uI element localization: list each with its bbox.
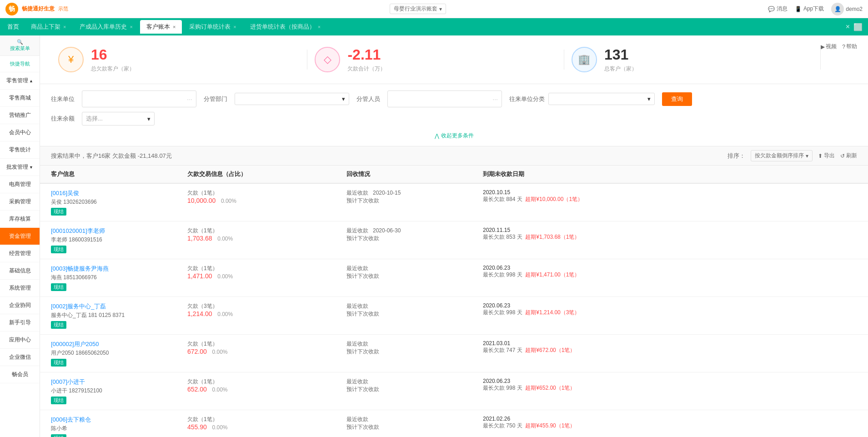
sidebar-item-app-center[interactable]: 应用中心 [0,332,40,349]
sidebar-item-retail-mall[interactable]: 零售商城 [0,90,40,107]
debt-amount[interactable]: 672.00 [187,348,207,355]
sidebar-item-ecommerce[interactable]: 电商管理 [0,176,40,193]
message-button[interactable]: 💬 消息 [768,5,788,13]
debt-amount[interactable]: 10,000.00 [187,197,216,204]
manager-input[interactable]: ··· [387,90,502,107]
sort-label: 排序： [728,152,745,160]
stat-card-debt-customers: ¥ 16 总欠款客户（家） [51,43,307,76]
debt-percent: 0.00% [217,311,233,317]
customer-name-link[interactable]: [0016]吴俊 [51,189,187,197]
tab-close-icon[interactable]: × [63,24,66,30]
overdue-amount[interactable]: 超期¥1,471.00（1笔） [525,271,580,278]
help-link[interactable]: ? 帮助 [842,43,857,50]
customer-name-link[interactable]: [0006]去下粮仓 [51,416,187,424]
sidebar-item-batch-mgmt[interactable]: 批发管理 ▼ [0,159,40,176]
overdue-amount[interactable]: 超期¥652.00（1笔） [525,385,575,391]
app-download-button[interactable]: 📱 App下载 [795,5,824,13]
tab-label: 客户账本 [146,23,170,31]
debt-amount[interactable]: 1,214.00 [187,310,212,317]
sidebar-item-member-plus[interactable]: 畅会员 [0,366,40,383]
sort-select[interactable]: 按欠款金额倒序排序 ▾ [751,150,813,161]
filter-row-2: 往来余额 选择... ▾ [51,112,857,126]
store-selector[interactable]: 母婴行业演示账套 ▾ [390,4,446,14]
sidebar-item-retail-stats[interactable]: 零售统计 [0,141,40,159]
unit-category-arrow-icon: ▾ [647,95,651,102]
manager-more-icon[interactable]: ··· [492,95,498,103]
collapse-filters[interactable]: ⋀ 收起更多条件 [51,130,857,141]
main-layout: 🔍 搜索菜单 快捷导航 零售管理 ▲ 零售商城 营销推广 会员中心 零售统计 批… [0,35,868,437]
source-unit-more-icon[interactable]: ··· [187,95,192,103]
filter-row-1: 往来单位 ··· 分管部门 ▾ 分管人员 [51,90,857,107]
overdue-days: 最长欠款 998 天 超期¥652.00（1笔） [483,384,857,392]
debt-amount[interactable]: 1,471.00 [187,272,212,280]
unit-category-select[interactable]: ▾ [548,93,655,105]
cell-debt: 欠款（1笔） 455.90 0.00% [187,416,346,431]
dept-select[interactable]: ▾ [235,93,349,105]
sidebar-item-finance[interactable]: 资金管理 [0,228,40,245]
recovery-next: 预计下次收款 [346,272,483,280]
tab-purchase-order[interactable]: 采购订单统计表 × [183,20,242,34]
user-profile[interactable]: 👤 demo2 [831,3,863,15]
sidebar-item-system[interactable]: 系统管理 [0,280,40,297]
customer-name-link[interactable]: [0003]畅捷服务尹海燕 [51,265,187,273]
source-unit-input[interactable]: ··· [82,90,196,107]
sidebar-item-marketing[interactable]: 营销推广 [0,107,40,124]
tab-home[interactable]: 首页 [2,23,25,31]
sidebar-item-label: 新手引导 [9,319,31,326]
tab-close-icon[interactable]: × [233,24,236,30]
refresh-button[interactable]: ↺ 刷新 [840,152,857,160]
tab-inventory-stats[interactable]: 进货单统计表（按商品） × [244,20,327,34]
overdue-amount[interactable]: 超期¥10,000.00（1笔） [525,196,583,202]
sidebar-item-member-center[interactable]: 会员中心 [0,124,40,141]
cell-customer: [0016]吴俊 吴俊 13026203696 现结 [51,189,187,216]
tab-close-icon[interactable]: × [318,24,321,30]
video-link[interactable]: ▶ 视频 [821,43,837,50]
customer-name-link[interactable]: [0002]服务中心_丁磊 [51,302,187,311]
debt-amount[interactable]: 455.90 [187,423,207,431]
app-icon: 📱 [795,6,802,12]
tab-product-history[interactable]: 产成品入库单历史 × [73,20,139,34]
sidebar-item-label: 企业协同 [9,302,31,308]
manager-field[interactable] [391,93,491,105]
sidebar-item-basic-info[interactable]: 基础信息 [0,262,40,280]
window-max-button[interactable]: ⬜ [853,23,863,31]
overdue-amount[interactable]: 超期¥1,703.68（1笔） [525,234,580,240]
sidebar-item-corp-wechat[interactable]: 企业微信 [0,349,40,366]
customer-tag: 现结 [51,246,66,253]
overdue-amount[interactable]: 超期¥1,214.00（3笔） [525,309,580,316]
debt-percent: 0.00% [212,349,227,355]
source-unit-field[interactable] [86,93,185,105]
sidebar-item-enterprise[interactable]: 企业协同 [0,297,40,314]
customer-name-link[interactable]: [0007]小进干 [51,378,187,386]
balance-select[interactable]: 选择... ▾ [82,112,155,126]
customer-contact: 陈小希 [51,425,187,432]
export-button[interactable]: ⬆ 导出 [818,152,835,160]
tab-product-off[interactable]: 商品上下架 × [25,20,72,34]
recovery-latest: 最近收款 [346,416,483,423]
tab-close-icon[interactable]: × [173,24,176,30]
debt-amount[interactable]: 652.00 [187,386,207,393]
tab-customer-account[interactable]: 客户账本 × [140,20,182,34]
total-customers-value: 131 [604,46,637,63]
help-icon: ? [842,44,845,50]
sidebar-search[interactable]: 🔍 搜索菜单 [0,35,40,56]
debt-total-icon: ◇ [315,47,340,72]
search-button[interactable]: 查询 [662,92,692,106]
overdue-amount[interactable]: 超期¥672.00（1笔） [525,347,575,353]
overdue-days: 最长欠款 998 天 超期¥1,471.00（1笔） [483,271,857,279]
sidebar-item-retail-mgmt[interactable]: 零售管理 ▲ [0,72,40,90]
balance-label: 往来余额 [51,115,78,123]
tab-close-icon[interactable]: × [130,24,132,30]
window-close-button[interactable]: × [846,23,850,31]
overdue-amount[interactable]: 超期¥455.90（1笔） [525,422,575,429]
debt-amount[interactable]: 1,703.68 [187,235,212,242]
cell-debt: 欠款（3笔） 1,214.00 0.00% [187,302,346,317]
customer-name-link[interactable]: [0001020001]李老师 [51,227,187,235]
sidebar-item-newbie[interactable]: 新手引导 [0,314,40,332]
customer-name-link[interactable]: [000002]用户2050 [51,340,187,348]
customer-tag: 现结 [51,283,66,291]
sidebar-item-inventory[interactable]: 库存核算 [0,211,40,228]
sidebar-item-operations[interactable]: 经营管理 [0,245,40,262]
sidebar-item-label: 批发管理 [6,163,28,171]
sidebar-item-purchase[interactable]: 采购管理 [0,193,40,211]
